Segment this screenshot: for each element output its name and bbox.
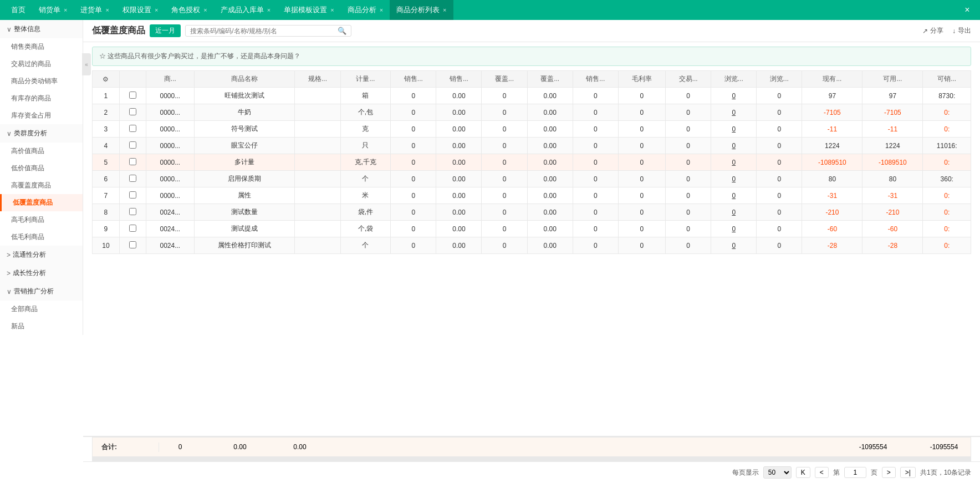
cell-sales_qty: 0 — [391, 121, 436, 138]
col-header-settings[interactable]: ⚙ — [93, 71, 120, 88]
totals-available: -1095554 — [922, 443, 966, 451]
sidebar-item-库存资金占用[interactable]: 库存资金占用 — [0, 107, 83, 124]
cell-browse1[interactable]: 0 — [711, 221, 757, 237]
nav-item-商品分析列表[interactable]: 商品分析列表 × — [390, 0, 453, 20]
cell-browse1[interactable]: 0 — [711, 104, 757, 121]
col-header-checkbox[interactable] — [119, 71, 146, 88]
col-header-saleable[interactable]: 可销... — [923, 71, 971, 88]
row-checkbox[interactable] — [129, 91, 136, 99]
col-header-browse1[interactable]: 浏览... — [711, 71, 757, 88]
sidebar-section-整体信息[interactable]: ∨整体信息 — [0, 20, 83, 38]
sidebar-item-低覆盖度商品[interactable]: 低覆盖度商品 — [0, 194, 83, 211]
sidebar-item-新品[interactable]: 新品 — [0, 318, 83, 335]
cell-name: 属性价格打印测试 — [194, 237, 295, 254]
nav-close-进货单[interactable]: × — [105, 7, 109, 13]
nav-close-权限设置[interactable]: × — [155, 7, 158, 13]
share-button[interactable]: ↗ 分享 — [922, 26, 943, 35]
row-checkbox[interactable] — [129, 208, 136, 215]
nav-close-商品分析列表[interactable]: × — [443, 7, 446, 13]
col-header-trade[interactable]: 交易... — [666, 71, 711, 88]
col-header-sales_amt[interactable]: 销售... — [436, 71, 482, 88]
col-header-available[interactable]: 可用... — [862, 71, 923, 88]
cell-unit: 米 — [340, 187, 391, 204]
row-checkbox[interactable] — [129, 158, 136, 165]
cell-gross_margin: 0 — [618, 187, 665, 204]
sidebar-item-高价值商品[interactable]: 高价值商品 — [0, 143, 83, 160]
horizontal-scrollbar[interactable] — [92, 457, 971, 461]
nav-close-销货单[interactable]: × — [64, 7, 67, 13]
nav-item-产成品入库单[interactable]: 产成品入库单 × — [214, 0, 277, 20]
window-close-button[interactable]: × — [959, 2, 976, 18]
sidebar-item-低毛利商品[interactable]: 低毛利商品 — [0, 228, 83, 246]
sidebar-item-高覆盖度商品[interactable]: 高覆盖度商品 — [0, 177, 83, 194]
nav-item-首页[interactable]: 首页 — [4, 0, 32, 20]
sidebar-item-交易过的商品[interactable]: 交易过的商品 — [0, 55, 83, 73]
cell-browse1[interactable]: 0 — [711, 187, 757, 204]
col-header-current_stock[interactable]: 现有... — [802, 71, 862, 88]
col-header-name[interactable]: 商品名称 — [194, 71, 295, 88]
page-input[interactable] — [844, 467, 866, 478]
sidebar-section-营销推广分析[interactable]: ∨营销推广分析 — [0, 282, 83, 301]
row-checkbox[interactable] — [129, 241, 136, 248]
cell-spec — [295, 204, 340, 221]
sidebar-section-类群度分析[interactable]: ∨类群度分析 — [0, 124, 83, 143]
next-page-button[interactable]: > — [882, 467, 896, 478]
first-page-button[interactable]: K — [796, 467, 810, 478]
cell-browse1[interactable]: 0 — [711, 171, 757, 187]
row-checkbox[interactable] — [129, 191, 136, 199]
nav-close-商品分析[interactable]: × — [380, 7, 383, 13]
nav-item-销货单[interactable]: 销货单 × — [32, 0, 74, 20]
sidebar-item-有库存的商品[interactable]: 有库存的商品 — [0, 90, 83, 107]
search-icon[interactable]: 🔍 — [338, 27, 346, 35]
cell-browse1[interactable]: 0 — [711, 138, 757, 154]
col-header-gross_margin[interactable]: 毛利率 — [618, 71, 665, 88]
cell-checkbox — [119, 88, 146, 104]
cell-browse1[interactable]: 0 — [711, 121, 757, 138]
cell-gross_margin: 0 — [618, 104, 665, 121]
row-checkbox[interactable] — [129, 125, 136, 132]
nav-item-角色授权[interactable]: 角色授权 × — [165, 0, 213, 20]
sidebar-collapse-button[interactable]: « — [82, 53, 91, 75]
row-checkbox[interactable] — [129, 225, 136, 232]
totals-sales-qty: 0 — [164, 443, 197, 451]
nav-item-权限设置[interactable]: 权限设置 × — [116, 0, 165, 20]
col-header-code[interactable]: 商... — [146, 71, 194, 88]
cell-browse1[interactable]: 0 — [711, 237, 757, 254]
sidebar-item-销售类商品[interactable]: 销售类商品 — [0, 38, 83, 55]
export-button[interactable]: ↓ 导出 — [952, 26, 971, 35]
col-header-browse2[interactable]: 浏览... — [757, 71, 802, 88]
col-header-sales3[interactable]: 销售... — [573, 71, 618, 88]
col-header-spec[interactable]: 规格... — [295, 71, 340, 88]
cell-browse1[interactable]: 0 — [711, 154, 757, 171]
sidebar-item-低价值商品[interactable]: 低价值商品 — [0, 160, 83, 177]
row-checkbox[interactable] — [129, 175, 136, 182]
search-input[interactable] — [190, 27, 338, 35]
nav-item-进货单[interactable]: 进货单 × — [74, 0, 115, 20]
sidebar-section-成长性分析[interactable]: >成长性分析 — [0, 264, 83, 282]
sidebar-section-流通性分析[interactable]: >流通性分析 — [0, 246, 83, 264]
sidebar-item-高毛利商品[interactable]: 高毛利商品 — [0, 211, 83, 228]
col-header-cover1[interactable]: 覆盖... — [482, 71, 527, 88]
cell-sales_amt: 0.00 — [436, 221, 482, 237]
last-page-button[interactable]: >| — [900, 467, 916, 478]
date-filter-button[interactable]: 近一月 — [150, 24, 181, 37]
nav-close-产成品入库单[interactable]: × — [267, 7, 270, 13]
cell-browse1[interactable]: 0 — [711, 204, 757, 221]
row-checkbox[interactable] — [129, 141, 136, 149]
cell-name: 属性 — [194, 187, 295, 204]
prev-page-button[interactable]: < — [815, 467, 829, 478]
nav-close-角色授权[interactable]: × — [203, 7, 207, 13]
sidebar-item-全部商品[interactable]: 全部商品 — [0, 301, 83, 318]
col-header-sales_qty[interactable]: 销售... — [391, 71, 436, 88]
nav-item-商品分析[interactable]: 商品分析 × — [341, 0, 390, 20]
sidebar-section-arrow: ∨ — [7, 130, 12, 138]
sidebar-item-商品分类动销率[interactable]: 商品分类动销率 — [0, 73, 83, 90]
per-page-select[interactable]: 2050100 — [763, 466, 792, 479]
nav-item-单据模板设置[interactable]: 单据模板设置 × — [277, 0, 340, 20]
col-header-unit[interactable]: 计量... — [340, 71, 391, 88]
row-checkbox[interactable] — [129, 108, 136, 115]
cell-browse1[interactable]: 0 — [711, 88, 757, 104]
col-header-cover2[interactable]: 覆盖... — [527, 71, 573, 88]
nav-close-单据模板设置[interactable]: × — [330, 7, 334, 13]
content-area: 低覆盖度商品 近一月 🔍 ↗ 分享 ↓ 导出 ☆ 这些商品只有很少客户购买过，是… — [83, 20, 980, 483]
